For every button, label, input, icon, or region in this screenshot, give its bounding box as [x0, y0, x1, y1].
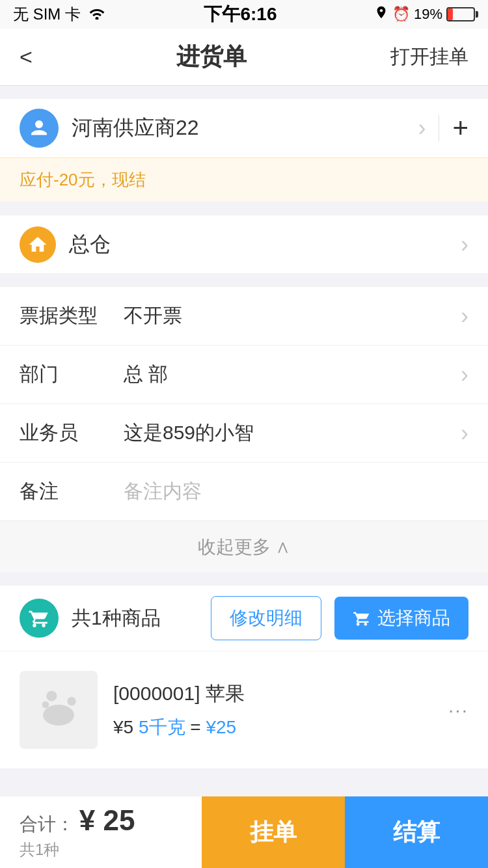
- status-bar: 无 SIM 卡 下午6:16 ⏰ 19%: [0, 0, 488, 29]
- back-button[interactable]: <: [20, 44, 33, 70]
- select-product-button[interactable]: 选择商品: [334, 597, 468, 640]
- nav-bar: < 进货单 打开挂单: [0, 29, 488, 86]
- warehouse-row[interactable]: 总仓: [0, 215, 488, 273]
- total-row: 合计： ¥ 25: [20, 804, 182, 837]
- product-icon: [20, 599, 59, 638]
- bottom-bar: 合计： ¥ 25 共1种 挂单 结算: [0, 796, 488, 868]
- product-item: [0000001] 苹果 ¥5 5千克 = ¥25 ···: [0, 651, 488, 768]
- product-price: ¥5 5千克 = ¥25: [113, 715, 433, 740]
- product-count: 共1种商品: [72, 605, 198, 632]
- department-value: 总 部: [111, 361, 461, 388]
- svg-point-0: [35, 120, 43, 128]
- checkout-button[interactable]: 结算: [345, 796, 488, 868]
- invoice-label: 票据类型: [20, 303, 111, 329]
- status-time: 下午6:16: [204, 2, 277, 27]
- warehouse-chevron: [461, 231, 468, 258]
- svg-point-3: [42, 701, 49, 709]
- wifi-icon: [87, 5, 107, 23]
- svg-point-1: [46, 691, 57, 701]
- warehouse-section: 总仓: [0, 215, 488, 273]
- total-label: 合计：: [20, 814, 74, 834]
- salesman-chevron: [461, 420, 468, 447]
- info-banner: 应付-20元，现结: [0, 157, 488, 202]
- svg-point-2: [43, 705, 74, 726]
- department-label: 部门: [20, 361, 111, 388]
- location-icon: [374, 5, 388, 23]
- collapse-button[interactable]: 收起更多 ∧: [0, 521, 488, 573]
- salesman-row[interactable]: 业务员 这是859的小智: [0, 403, 488, 462]
- total-amount: ¥ 25: [79, 804, 135, 836]
- product-name: [0000001] 苹果: [113, 681, 433, 707]
- modify-detail-button[interactable]: 修改明细: [211, 596, 321, 640]
- warehouse-name: 总仓: [69, 230, 461, 259]
- svg-point-4: [67, 697, 75, 705]
- battery-icon: [446, 7, 475, 21]
- total-sub: 共1种: [20, 839, 182, 860]
- product-more-button[interactable]: ···: [448, 699, 468, 721]
- select-product-label: 选择商品: [377, 606, 450, 631]
- remark-value: 备注内容: [111, 478, 468, 505]
- unit-price: ¥5: [113, 717, 133, 737]
- product-info: [0000001] 苹果 ¥5 5千克 = ¥25: [113, 681, 433, 740]
- supplier-divider: [439, 115, 439, 141]
- department-chevron: [461, 361, 468, 388]
- salesman-label: 业务员: [20, 420, 111, 446]
- form-section: 票据类型 不开票 部门 总 部 业务员 这是859的小智 备注 备注内容: [0, 286, 488, 521]
- product-code: [0000001]: [113, 683, 200, 704]
- alarm-icon: ⏰: [392, 6, 410, 23]
- supplier-name: 河南供应商22: [72, 114, 418, 142]
- pend-button[interactable]: 挂单: [202, 796, 345, 868]
- open-pending-button[interactable]: 打开挂单: [390, 44, 468, 70]
- page-title: 进货单: [176, 41, 247, 73]
- add-supplier-button[interactable]: +: [452, 113, 468, 144]
- department-row[interactable]: 部门 总 部: [0, 345, 488, 403]
- status-right: ⏰ 19%: [374, 5, 475, 23]
- supplier-chevron: [418, 115, 426, 142]
- equals-sign: =: [190, 717, 206, 737]
- remark-row[interactable]: 备注 备注内容: [0, 462, 488, 521]
- remark-label: 备注: [20, 478, 111, 505]
- supplier-section: 河南供应商22 + 应付-20元，现结: [0, 99, 488, 202]
- total-price: ¥25: [206, 717, 236, 737]
- total-section: 合计： ¥ 25 共1种: [0, 804, 202, 860]
- supplier-row[interactable]: 河南供应商22 +: [0, 99, 488, 157]
- quantity: 5千克: [139, 717, 185, 737]
- invoice-chevron: [461, 303, 468, 330]
- product-thumbnail: [20, 671, 98, 749]
- warehouse-icon: [20, 226, 56, 263]
- carrier-text: 无 SIM 卡: [13, 4, 81, 25]
- salesman-value: 这是859的小智: [111, 420, 461, 446]
- invoice-value: 不开票: [111, 303, 461, 329]
- invoice-row[interactable]: 票据类型 不开票: [0, 286, 488, 345]
- status-left: 无 SIM 卡: [13, 4, 107, 25]
- product-title: 苹果: [206, 683, 245, 704]
- battery-text: 19%: [414, 6, 442, 23]
- supplier-avatar: [20, 109, 59, 148]
- product-header: 共1种商品 修改明细 选择商品: [0, 586, 488, 651]
